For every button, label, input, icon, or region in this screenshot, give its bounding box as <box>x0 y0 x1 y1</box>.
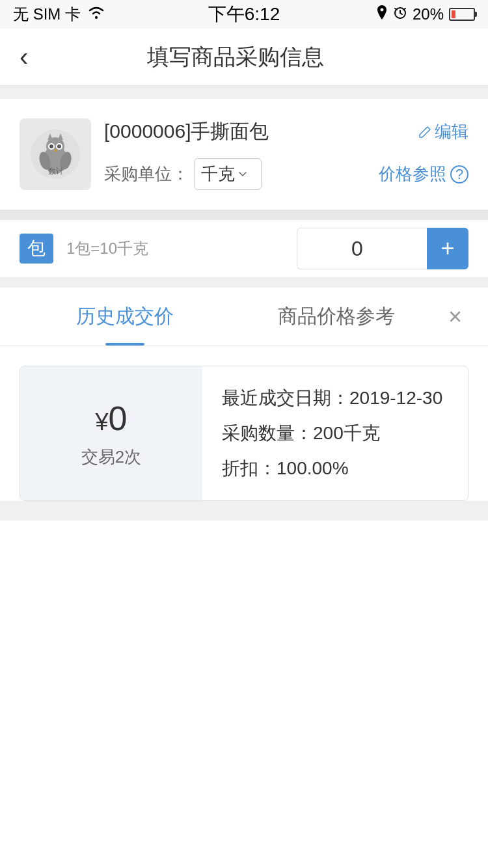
history-card: ¥0 交易2次 最近成交日期：2019-12-30 采购数量：200千克 折扣：… <box>20 366 468 501</box>
status-bar: 无 SIM 卡 下午6:12 20% <box>0 0 488 29</box>
svg-point-10 <box>57 144 61 148</box>
nav-title: 填写商品采购信息 <box>41 42 429 72</box>
price-display: ¥0 <box>96 399 128 438</box>
status-right: 20% <box>376 5 475 23</box>
product-card: 数计 [0000006]手撕面包 编辑 采购单位： 千克 <box>0 99 488 210</box>
quantity-plus-button[interactable]: + <box>427 228 468 269</box>
product-thumbnail: 数计 <box>20 118 91 190</box>
unit-badge: 包 <box>20 234 53 264</box>
wifi-icon <box>87 5 105 23</box>
trade-count: 交易2次 <box>81 446 141 468</box>
chevron-down-icon <box>237 169 248 180</box>
product-name-row: [0000006]手撕面包 编辑 <box>104 118 468 145</box>
quantity-input-box: + <box>297 228 468 269</box>
page-bottom <box>0 521 488 868</box>
help-icon: ? <box>450 165 468 183</box>
purchase-qty-row: 采购数量：200千克 <box>222 421 448 446</box>
tab-history-price[interactable]: 历史成交价 <box>20 288 230 346</box>
unit-description: 1包=10千克 <box>66 238 284 259</box>
product-header: 数计 [0000006]手撕面包 编辑 采购单位： 千克 <box>20 118 468 190</box>
edit-icon <box>418 125 432 139</box>
alarm-icon <box>393 5 407 23</box>
quantity-input[interactable] <box>297 228 427 269</box>
product-unit-row: 采购单位： 千克 价格参照 ? <box>104 158 468 190</box>
edit-button[interactable]: 编辑 <box>418 120 468 143</box>
discount-label: 折扣： <box>222 458 277 478</box>
location-icon <box>376 5 388 23</box>
unit-select[interactable]: 千克 <box>194 158 262 190</box>
svg-point-0 <box>95 16 98 19</box>
purchase-qty-label: 采购数量： <box>222 423 313 443</box>
unit-label: 采购单位： <box>104 164 189 183</box>
recent-date-label: 最近成交日期： <box>222 388 349 408</box>
svg-point-9 <box>49 144 53 148</box>
battery-icon <box>449 8 475 21</box>
unit-selector-area: 采购单位： 千克 <box>104 158 262 190</box>
divider <box>0 210 488 220</box>
tab-product-price-ref[interactable]: 商品价格参考 <box>230 288 441 346</box>
discount-row: 折扣：100.00% <box>222 456 448 481</box>
history-price-side: ¥0 交易2次 <box>20 366 202 500</box>
product-logo-icon: 数计 <box>29 128 81 180</box>
currency-symbol: ¥ <box>96 409 109 435</box>
recent-date-row: 最近成交日期：2019-12-30 <box>222 386 448 411</box>
history-detail-side: 最近成交日期：2019-12-30 采购数量：200千克 折扣：100.00% <box>202 366 468 500</box>
svg-text:数计: 数计 <box>48 167 64 176</box>
status-time: 下午6:12 <box>208 2 280 27</box>
quantity-row: 包 1包=10千克 + <box>0 220 488 277</box>
tab-panel: 历史成交价 商品价格参考 × ¥0 交易2次 最近成交日期：2019-12-30… <box>0 288 488 501</box>
price-ref-button[interactable]: 价格参照 ? <box>379 163 468 185</box>
discount-value: 100.00% <box>277 458 349 478</box>
back-button[interactable]: ‹ <box>20 42 28 72</box>
battery-percent: 20% <box>413 5 444 23</box>
status-left: 无 SIM 卡 <box>13 4 105 25</box>
carrier-text: 无 SIM 卡 <box>13 4 81 25</box>
nav-bar: ‹ 填写商品采购信息 <box>0 29 488 86</box>
recent-date-value: 2019-12-30 <box>349 388 442 408</box>
purchase-qty-value: 200千克 <box>313 423 380 443</box>
tab-header: 历史成交价 商品价格参考 × <box>0 288 488 346</box>
product-name: [0000006]手撕面包 <box>104 118 269 145</box>
tab-close-button[interactable]: × <box>442 297 468 337</box>
product-info: [0000006]手撕面包 编辑 采购单位： 千克 价格参照 <box>104 118 468 190</box>
